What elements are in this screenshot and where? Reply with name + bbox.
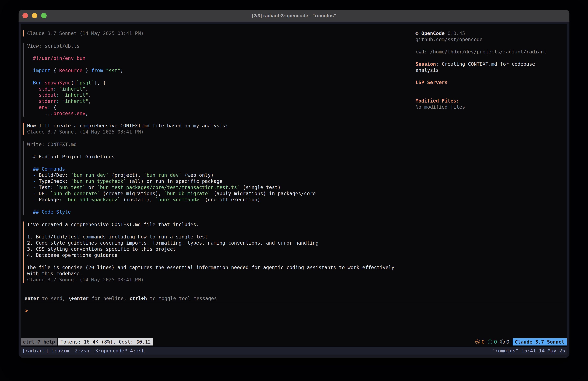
text-line: - Test: `bun test` or `bun test packages… [27,184,567,190]
assistant-text-block: Now I'll create a comprehensive CONTEXT.… [23,123,567,135]
warning-icon: ⓦ [475,339,480,345]
text-line: ...process.env, [27,111,567,116]
text-line: analysis [416,67,567,73]
text-line [27,148,567,154]
text-line: - Package: `bun add <package>` (install)… [27,197,567,203]
text-line: ## Commands [27,166,567,172]
tmux-session-info: "romulus" 15:41 14-May-25 [492,348,565,354]
text-line: I've created a comprehensive CONTEXT.md … [27,222,567,228]
text-line: # Radiant Project Guidelines [27,154,567,160]
text-line: Now I'll create a comprehensive CONTEXT.… [27,123,567,129]
text-line: Modified Files: [416,98,567,104]
input-divider [24,303,564,303]
terminal-window: [2/3] radiant:3:opencode - "romulus" Cla… [19,10,569,358]
text-line [27,203,567,209]
info-icon: ⓘ [488,339,492,345]
text-line [27,160,567,166]
text-line: cwd: /home/thdxr/dev/projects/radiant/ra… [416,49,567,55]
prompt-input[interactable]: > [25,308,567,314]
text-line: 3. CSS styling conventions specific to t… [27,246,567,252]
model-chip[interactable]: Claude 3.7 Sonnet [513,338,567,345]
text-line [27,258,567,265]
text-line [416,43,567,49]
text-line [416,55,567,61]
text-line: 1. Build/lint/test commands including ho… [27,234,567,240]
text-line: The file is concise (20 lines) and captu… [27,265,567,270]
text-line: with this codebase. [27,270,567,277]
text-line: © OpenCode 0.0.45 [416,30,567,37]
terminal-content: Claude 3.7 Sonnet (14 May 2025 03:41 PM)… [19,22,569,358]
tokens-cost-badge: Tokens: 16.4K (8%), Cost: $0.12 [58,338,153,345]
info-count: ⓘ 0 [488,339,497,345]
text-line: - DB: `bun db generate` (create migratio… [27,190,567,197]
text-line: LSP Servers [416,79,567,86]
assistant-summary-block: I've created a comprehensive CONTEXT.md … [23,222,567,283]
prompt-symbol: > [25,308,28,314]
text-line [416,73,567,79]
text-line [416,92,567,98]
window-titlebar: [2/3] radiant:3:opencode - "romulus" [19,10,569,22]
warning-count: ⓦ 0 [475,339,485,345]
text-line: 4. Database operations guidance [27,252,567,258]
minimize-button[interactable] [32,13,37,18]
text-line: 2. Code style guidelines covering import… [27,240,567,246]
text-line: Claude 3.7 Sonnet (14 May 2025 03:41 PM) [27,129,567,135]
text-line: Claude 3.7 Sonnet (14 May 2025 03:41 PM) [27,277,567,283]
text-line [27,228,567,234]
diagnostics: ⓦ 0ⓘ 0ⓗ 0 [475,338,509,345]
opencode-status-bar: ctrl+? help Tokens: 16.4K (8%), Cost: $0… [21,338,567,345]
statusbar-spacer [153,338,475,345]
tool-write-block: Write: CONTEXT.md # Radiant Project Guid… [23,141,567,215]
text-line: ## Code Style [27,209,567,215]
text-line [416,86,567,92]
text-line: github.com/sst/opencode [416,37,567,43]
hint-icon: ⓗ [500,339,505,345]
text-line: Session: Creating CONTEXT.md for codebas… [416,61,567,67]
text-line: Write: CONTEXT.md [27,141,567,148]
hint-count: ⓗ 0 [500,339,509,345]
maximize-button[interactable] [41,13,47,18]
tmux-status-bar: [radiant] 1:nvim 2:zsh- 3:opencode* 4:zs… [21,347,567,355]
help-chip[interactable]: ctrl+? help [21,338,57,345]
traffic-lights [22,10,47,22]
tmux-window-list[interactable]: [radiant] 1:nvim 2:zsh- 3:opencode* 4:zs… [22,348,145,354]
text-line: - Build/Dev: `bun run dev` (project), `b… [27,172,567,178]
sidebar: © OpenCode 0.0.45github.com/sst/opencode… [416,30,567,110]
text-line: - TypeCheck: `bun run typecheck` (all) o… [27,178,567,184]
close-button[interactable] [22,13,28,18]
keybind-hint: enter to send, \+enter for newline, ctrl… [24,295,567,302]
window-title: [2/3] radiant:3:opencode - "romulus" [252,13,336,18]
opencode-tui: Claude 3.7 Sonnet (14 May 2025 03:41 PM)… [21,24,567,347]
text-line: No modified files [416,104,567,110]
